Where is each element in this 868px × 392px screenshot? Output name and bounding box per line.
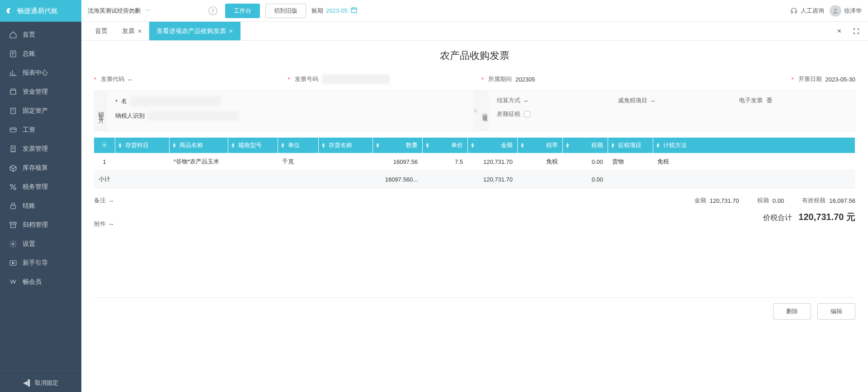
receipt-icon [9, 145, 17, 153]
einvoice-value: 否 [766, 96, 772, 105]
delete-button[interactable]: 删除 [773, 303, 811, 320]
close-icon[interactable]: ✕ [137, 28, 142, 34]
fullscreen-icon[interactable] [850, 25, 863, 38]
cell-spec [228, 153, 278, 171]
sort-icon: ▲▼ [520, 143, 525, 148]
table-row[interactable]: 1 *谷物*农产品玉米 千克 16097.56 7.5 120,731.70 免… [94, 153, 855, 171]
content: 农产品收购发票 * 发票代码 -- * 发票号码 * 所属期间 202305 [81, 41, 868, 392]
workbench-button[interactable]: 工作台 [225, 4, 260, 18]
attach-value: -- [109, 220, 113, 227]
col-account[interactable]: ▲▼存货科目 [115, 138, 169, 153]
svg-point-12 [475, 110, 476, 112]
tab-invoice[interactable]: 发票✕ [115, 22, 149, 40]
svg-rect-2 [10, 128, 16, 132]
close-icon[interactable]: ✕ [229, 28, 233, 34]
cell-stock [318, 153, 373, 171]
remark-label: 备注 [94, 196, 106, 205]
col-price[interactable]: ▲▼单价 [422, 138, 467, 153]
sidebar-item-archive[interactable]: 归档管理 [0, 215, 81, 234]
required-mark: * [115, 98, 118, 105]
settings-column[interactable]: 设置项 [473, 91, 489, 131]
edit-button[interactable]: 编辑 [817, 303, 855, 320]
card-icon [9, 126, 17, 134]
col-gear[interactable] [94, 138, 115, 153]
gear-icon [473, 107, 478, 115]
sort-icon: ▲▼ [471, 143, 475, 148]
tab-home[interactable]: 首页 [88, 22, 115, 40]
sidebar-item-home[interactable]: 首页 [0, 25, 81, 44]
required-mark: * [481, 76, 484, 83]
svg-point-13 [104, 144, 105, 146]
brand-text: 畅捷通易代账 [17, 7, 58, 15]
sidebar-item-funds[interactable]: 资金管理 [0, 82, 81, 101]
col-unit[interactable]: ▲▼单位 [278, 138, 318, 153]
avatar-icon [830, 5, 841, 17]
sidebar-item-tax[interactable]: 税务管理 [0, 177, 81, 196]
cell-qty: 16097.56 [373, 153, 422, 171]
period-picker[interactable]: 账期 2023-05 [311, 6, 358, 15]
home-icon [9, 31, 17, 39]
sidebar-item-settings[interactable]: 设置 [0, 234, 81, 253]
sidebar-item-label: 首页 [23, 31, 35, 39]
invoice-no-value [322, 74, 390, 84]
col-item[interactable]: ▲▼征税项目 [608, 138, 653, 153]
sidebar-item-invoice[interactable]: 发票管理 [0, 139, 81, 158]
sidebar-item-reports[interactable]: 报表中心 [0, 63, 81, 82]
cell-unit: 千克 [278, 153, 318, 171]
unpin-button[interactable]: ◀▌ 取消固定 [0, 373, 81, 392]
sort-icon: ▲▼ [376, 143, 380, 148]
svg-rect-1 [11, 108, 16, 114]
footer-actions: 删除 编辑 [94, 297, 855, 325]
close-all-tabs[interactable]: ✕ [833, 25, 845, 38]
sidebar-item-label: 畅会员 [23, 278, 42, 286]
table-header-row: ▲▼存货科目 ▲▼商品名称 ▲▼规格型号 ▲▼单位 ▲▼存货名称 ▲▼数量 ▲▼… [94, 138, 855, 153]
diff-checkbox[interactable] [524, 111, 530, 117]
calendar-icon [350, 6, 358, 15]
total-tax-value: 0.00 [773, 197, 784, 204]
tab-view-invoice[interactable]: 查看进项农产品收购发票✕ [149, 22, 241, 40]
sidebar-item-ledger[interactable]: 总账 [0, 44, 81, 63]
org-name: 沈海英测试经营勿删 [88, 7, 141, 15]
switch-version-button[interactable]: 切到旧版 [265, 4, 306, 18]
user-menu[interactable]: 徐泽华 [830, 5, 862, 17]
svg-rect-0 [10, 51, 16, 57]
sidebar-item-vip[interactable]: 畅会员 [0, 272, 81, 292]
sort-icon: ▲▼ [231, 143, 236, 148]
col-rate[interactable]: ▲▼税率 [517, 138, 562, 153]
topbar: 沈海英测试经营勿删 ﹀ 工作台 切到旧版 账期 2023-05 人工咨询 [81, 0, 868, 22]
col-spec[interactable]: ▲▼规格型号 [228, 138, 278, 153]
sidebar-item-guide[interactable]: 新手引导 [0, 253, 81, 272]
svg-rect-10 [351, 8, 357, 13]
sidebar-item-label: 报表中心 [23, 69, 48, 77]
tab-label: 发票 [122, 27, 135, 35]
sidebar-item-label: 固定资产 [23, 107, 48, 115]
exempt-label: 减免税项目 [618, 96, 647, 105]
brand-logo[interactable]: 畅捷通易代账 [0, 0, 81, 22]
col-method[interactable]: ▲▼计税方法 [653, 138, 855, 153]
tabs: 首页 发票✕ 查看进项农产品收购发票✕ ✕ [81, 22, 868, 41]
sort-icon: ▲▼ [281, 143, 285, 148]
sidebar-item-salary[interactable]: 工资 [0, 120, 81, 139]
col-qty[interactable]: ▲▼数量 [373, 138, 422, 153]
sidebar-item-close[interactable]: 结账 [0, 196, 81, 215]
svg-rect-6 [10, 222, 16, 224]
period-field-value: 202305 [515, 76, 535, 83]
svg-point-11 [834, 8, 836, 10]
col-tax[interactable]: ▲▼税额 [562, 138, 608, 153]
attach-label: 附件 [94, 220, 106, 228]
org-select[interactable]: 沈海英测试经营勿删 ﹀ [88, 7, 201, 15]
diff-label: 差额征税 [497, 110, 520, 118]
col-name[interactable]: ▲▼商品名称 [169, 138, 228, 153]
sidebar-item-assets[interactable]: 固定资产 [0, 101, 81, 120]
sidebar-item-inventory[interactable]: 库存核算 [0, 158, 81, 177]
grand-value: 120,731.70 元 [798, 211, 855, 223]
col-amount[interactable]: ▲▼金额 [467, 138, 517, 153]
user-name: 徐泽华 [844, 7, 862, 15]
col-stock[interactable]: ▲▼存货名称 [318, 138, 373, 153]
seller-name-value [131, 96, 221, 106]
clipboard-icon[interactable] [206, 4, 220, 18]
svg-point-3 [10, 184, 13, 186]
consult-link[interactable]: 人工咨询 [790, 7, 824, 15]
gear-icon [9, 240, 17, 248]
cell-amount: 120,731.70 [467, 153, 517, 171]
